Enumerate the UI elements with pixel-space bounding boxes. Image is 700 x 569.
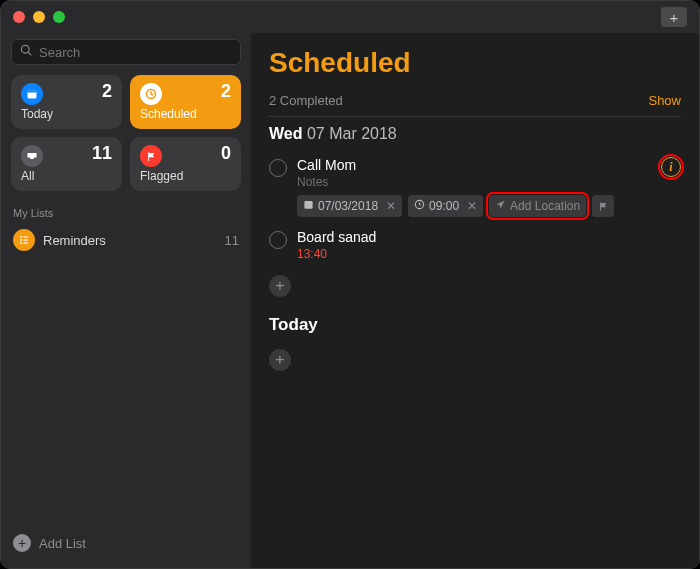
search-icon [20, 44, 33, 60]
add-item-button[interactable]: + [269, 275, 291, 297]
complete-toggle[interactable] [269, 231, 287, 249]
card-flagged-label: Flagged [140, 169, 231, 183]
app-window: + 2 Today [0, 0, 700, 569]
sidebar: 2 Today 2 Scheduled 11 All [1, 33, 251, 568]
add-item-button[interactable]: + [269, 349, 291, 371]
search-input[interactable] [39, 45, 232, 60]
tray-icon [21, 145, 43, 167]
reminder-due-time: 13:40 [297, 247, 681, 261]
card-flagged-count: 0 [221, 143, 231, 164]
svg-point-5 [20, 239, 22, 241]
svg-point-7 [20, 242, 22, 244]
clear-date-icon[interactable]: ✕ [386, 199, 396, 213]
location-chip[interactable]: Add Location [489, 195, 586, 217]
card-all[interactable]: 11 All [11, 137, 122, 191]
section-title-today: Today [269, 315, 681, 335]
card-today-count: 2 [102, 81, 112, 102]
add-reminder-button[interactable]: + [661, 7, 687, 27]
clear-time-icon[interactable]: ✕ [467, 199, 477, 213]
completed-count: 2 Completed [269, 93, 343, 108]
list-icon [13, 229, 35, 251]
search-field[interactable] [11, 39, 241, 65]
calendar-icon [21, 83, 43, 105]
completed-row: 2 Completed Show [269, 93, 681, 117]
svg-point-3 [20, 236, 22, 238]
info-button[interactable]: i [661, 157, 681, 177]
list-name: Reminders [43, 233, 106, 248]
list-count: 11 [225, 233, 239, 248]
card-today[interactable]: 2 Today [11, 75, 122, 129]
reminder-chips: 07/03/2018 ✕ 09:00 ✕ Add Location [297, 195, 651, 217]
plus-circle-icon: + [13, 534, 31, 552]
show-completed-button[interactable]: Show [648, 93, 681, 108]
main-pane: Scheduled 2 Completed Show Wed 07 Mar 20… [251, 33, 699, 568]
card-flagged[interactable]: 0 Flagged [130, 137, 241, 191]
svg-rect-6 [23, 239, 28, 240]
titlebar: + [1, 1, 699, 33]
calendar-small-icon [303, 199, 314, 213]
minimize-window-button[interactable] [33, 11, 45, 23]
svg-rect-4 [23, 236, 28, 237]
reminder-item: Call Mom Notes 07/03/2018 ✕ 09:00 ✕ [269, 151, 681, 223]
reminder-item: Board sanad 13:40 [269, 223, 681, 267]
list-row-reminders[interactable]: Reminders 11 [11, 225, 241, 255]
add-list-button[interactable]: + Add List [11, 528, 241, 558]
svg-rect-8 [23, 242, 28, 243]
card-scheduled-count: 2 [221, 81, 231, 102]
time-chip[interactable]: 09:00 ✕ [408, 195, 483, 217]
app-body: 2 Today 2 Scheduled 11 All [1, 33, 699, 568]
date-header: Wed 07 Mar 2018 [269, 125, 681, 143]
clock-small-icon [414, 199, 425, 213]
date-chip[interactable]: 07/03/2018 ✕ [297, 195, 402, 217]
flag-toggle[interactable] [592, 195, 614, 217]
svg-rect-9 [304, 201, 312, 209]
fullscreen-window-button[interactable] [53, 11, 65, 23]
traffic-lights [13, 11, 65, 23]
clock-icon [140, 83, 162, 105]
page-title: Scheduled [269, 47, 681, 79]
add-list-label: Add List [39, 536, 86, 551]
svg-rect-1 [28, 90, 37, 92]
card-scheduled[interactable]: 2 Scheduled [130, 75, 241, 129]
reminder-notes[interactable]: Notes [297, 175, 651, 189]
card-today-label: Today [21, 107, 112, 121]
card-scheduled-label: Scheduled [140, 107, 231, 121]
complete-toggle[interactable] [269, 159, 287, 177]
reminder-title[interactable]: Call Mom [297, 157, 651, 173]
card-all-count: 11 [92, 143, 112, 164]
my-lists-heading: My Lists [13, 207, 239, 219]
smart-list-cards: 2 Today 2 Scheduled 11 All [11, 75, 241, 191]
reminder-title[interactable]: Board sanad [297, 229, 681, 245]
card-all-label: All [21, 169, 112, 183]
flag-icon [140, 145, 162, 167]
location-arrow-icon [495, 199, 506, 213]
close-window-button[interactable] [13, 11, 25, 23]
